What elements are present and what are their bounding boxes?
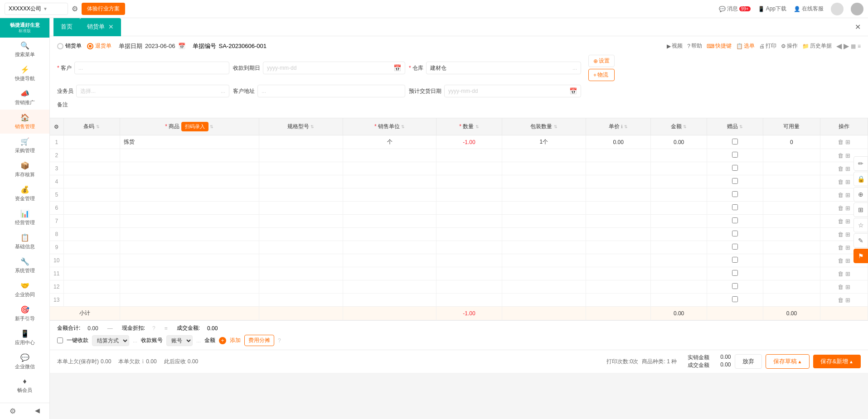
settlement-method-select[interactable]: 结算方式 [92,335,129,346]
sidebar-item-quick-nav[interactable]: ⚡ 快捷导航 [0,62,49,86]
cell-barcode[interactable] [63,149,120,162]
cell-price[interactable] [586,241,651,254]
cell-unit[interactable] [343,175,436,188]
online-support-btn[interactable]: 👤 在线客服 [794,5,824,13]
cell-gift[interactable] [707,175,763,188]
cell-spec[interactable] [259,280,343,294]
discard-btn[interactable]: 放弃 [735,354,762,369]
cell-gift[interactable] [707,215,763,228]
gift-checkbox[interactable] [732,270,738,276]
cell-price[interactable] [586,254,651,267]
cell-product[interactable] [120,267,259,280]
tab-home[interactable]: 首页 [53,18,80,36]
delete-row-icon[interactable]: 🗑 [838,165,844,172]
cell-barcode[interactable] [63,280,120,294]
cell-unit[interactable] [343,241,436,254]
cell-product[interactable] [120,241,259,254]
cell-spec[interactable] [259,294,343,307]
radio-return[interactable]: 退货单 [87,42,112,50]
sidebar-item-basic[interactable]: 📋 基础信息 [0,230,49,254]
sidebar-item-search[interactable]: 🔍 搜索菜单 [0,38,49,62]
add-btn[interactable]: + [219,337,226,344]
cell-barcode[interactable] [63,162,120,175]
cell-spec[interactable] [259,188,343,202]
avatar[interactable] [831,3,844,15]
cell-amount[interactable] [651,175,707,188]
delete-row-icon[interactable]: 🗑 [838,244,844,251]
gear-btn[interactable]: ⚙ [72,5,78,13]
copy-row-icon[interactable]: ⊞ [845,297,850,303]
sidebar-collapse-btn[interactable]: ◀ [35,407,40,415]
delete-row-icon[interactable]: 🗑 [838,218,844,225]
copy-row-icon[interactable]: ⊞ [845,218,850,225]
cell-unit[interactable] [343,162,436,175]
sidebar-settings-btn[interactable]: ⚙ [10,407,16,415]
delete-row-icon[interactable]: 🗑 [838,139,844,145]
cell-barcode[interactable] [63,254,120,267]
question-icon-2[interactable]: ? [278,337,281,344]
cell-amount[interactable] [651,280,707,294]
cell-price[interactable] [586,228,651,241]
cell-pkg-qty[interactable] [502,267,586,280]
cell-barcode[interactable] [63,241,120,254]
cell-qty[interactable] [436,294,502,307]
prev-icon[interactable]: ◀ [836,42,842,50]
cell-product[interactable] [120,228,259,241]
cell-barcode[interactable] [63,175,120,188]
cell-amount[interactable] [651,254,707,267]
gift-checkbox[interactable] [732,165,738,171]
expense-split-btn[interactable]: 费用分摊 [244,335,274,346]
cell-barcode[interactable] [63,135,120,149]
copy-row-icon[interactable]: ⊞ [845,178,850,185]
cell-price[interactable] [586,175,651,188]
radio-sales[interactable]: 销货单 [57,42,82,50]
cell-product[interactable] [120,202,259,215]
cell-unit[interactable] [343,228,436,241]
float-edit-btn[interactable]: ✏ [853,156,868,171]
cell-amount[interactable] [651,294,707,307]
cell-barcode[interactable] [63,228,120,241]
sidebar-item-system[interactable]: 🔧 系统管理 [0,254,49,278]
cell-gift[interactable] [707,149,763,162]
cell-amount[interactable] [651,162,707,175]
cell-unit[interactable] [343,215,436,228]
cell-unit[interactable] [343,267,436,280]
action-video[interactable]: ▶ 视频 [667,42,683,50]
float-pencil-btn[interactable]: ✎ [853,233,868,248]
cell-gift[interactable] [707,162,763,175]
cell-spec[interactable] [259,149,343,162]
delete-row-icon[interactable]: 🗑 [838,270,844,277]
copy-row-icon[interactable]: ⊞ [845,152,850,159]
cell-pkg-qty[interactable] [502,188,586,202]
cell-price[interactable] [586,294,651,307]
action-shortcut[interactable]: ⌨ 快捷键 [707,42,732,50]
scan-btn[interactable]: 扫码录入 [181,122,209,131]
sidebar-item-newbie[interactable]: 🎯 新手引导 [0,302,49,326]
gift-checkbox[interactable] [732,244,738,250]
cell-qty[interactable] [436,228,502,241]
gift-checkbox[interactable] [732,152,738,158]
cell-pkg-qty[interactable] [502,175,586,188]
cell-amount[interactable] [651,241,707,254]
cell-qty[interactable] [436,280,502,294]
gift-checkbox[interactable] [732,139,738,144]
copy-row-icon[interactable]: ⊞ [845,192,850,198]
cell-spec[interactable] [259,215,343,228]
cell-price[interactable] [586,280,651,294]
cell-unit[interactable] [343,254,436,267]
cell-gift[interactable] [707,241,763,254]
tab-close-right[interactable]: ✕ [851,23,864,31]
logistics-btn[interactable]: + 物流 [588,69,615,81]
copy-row-icon[interactable]: ⊞ [845,165,850,172]
cell-product[interactable] [120,294,259,307]
cell-pkg-qty[interactable]: 1个 [502,135,586,149]
question-icon-1[interactable]: ? [152,325,155,332]
cell-spec[interactable] [259,175,343,188]
delete-row-icon[interactable]: 🗑 [838,257,844,264]
copy-row-icon[interactable]: ⊞ [845,270,850,277]
cell-gift[interactable] [707,135,763,149]
sidebar-item-vip[interactable]: ♦ 畅会员 [0,374,49,397]
delete-row-icon[interactable]: 🗑 [838,152,844,159]
cell-qty[interactable]: -1.00 [436,135,502,149]
cell-spec[interactable] [259,135,343,149]
